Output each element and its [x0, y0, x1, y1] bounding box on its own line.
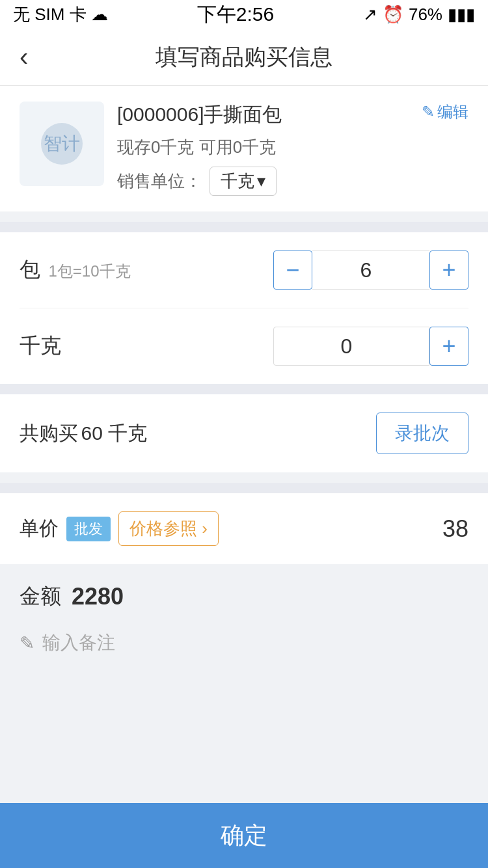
divider-1: [0, 222, 488, 232]
kg-label: 千克: [20, 332, 61, 360]
total-amount: 60: [81, 422, 108, 444]
back-button[interactable]: ‹: [20, 42, 28, 72]
product-info: [0000006]手撕面包 ✎ 编辑 现存0千克 可用0千克 销售单位： 千克 …: [117, 102, 468, 196]
divider-3: [0, 483, 488, 493]
edit-button[interactable]: ✎ 编辑: [422, 102, 468, 122]
nav-bar: ‹ 填写商品购买信息: [0, 29, 488, 86]
total-unit: 千克: [108, 422, 147, 444]
bao-decrement-button[interactable]: −: [273, 251, 312, 290]
product-name: [0000006]手撕面包: [117, 102, 282, 128]
battery-level: 76%: [409, 5, 442, 25]
product-header: [0000006]手撕面包 ✎ 编辑: [117, 102, 468, 128]
remark-placeholder: 输入备注: [42, 631, 115, 655]
svg-text:智计: 智计: [44, 133, 80, 154]
status-bar: 无 SIM 卡 ☁ 下午2:56 ↗ ⏰ 76% ▮▮▮: [0, 0, 488, 29]
kg-increment-button[interactable]: +: [429, 327, 468, 366]
kg-input[interactable]: [273, 327, 429, 366]
battery-icon: ▮▮▮: [448, 5, 475, 25]
product-unit: 销售单位： 千克 ▾: [117, 167, 468, 196]
price-value: 38: [442, 515, 468, 543]
status-time: 下午2:56: [197, 1, 274, 28]
bao-increment-button[interactable]: +: [429, 251, 468, 290]
product-logo-icon: 智计: [39, 121, 85, 167]
bao-input[interactable]: [312, 251, 429, 290]
edit-label: 编辑: [437, 102, 468, 122]
kg-row: 千克 +: [20, 308, 468, 384]
bao-sublabel: 1包=10千克: [48, 262, 130, 280]
product-stock: 现存0千克 可用0千克: [117, 136, 468, 159]
unit-select[interactable]: 千克 ▾: [210, 167, 277, 196]
price-label: 单价: [20, 515, 59, 542]
divider-2: [0, 384, 488, 394]
page-title: 填写商品购买信息: [156, 42, 332, 72]
total-text-group: 共购买 60 千克: [20, 420, 147, 447]
product-card: 智计 [0000006]手撕面包 ✎ 编辑 现存0千克 可用0千克 销售单位： …: [0, 86, 488, 211]
batch-button[interactable]: 录批次: [376, 413, 468, 454]
kg-control: +: [273, 327, 468, 366]
pencil-icon: ✎: [20, 632, 34, 654]
unit-value: 千克: [221, 170, 254, 193]
bao-label-group: 包 1包=10千克: [20, 256, 131, 284]
total-section: 共购买 60 千克 录批次: [0, 394, 488, 472]
unit-label: 销售单位：: [117, 170, 202, 193]
bao-row: 包 1包=10千克 − +: [20, 232, 468, 308]
total-prefix: 共购买: [20, 422, 78, 444]
amount-section: 金额 2280 ✎ 输入备注: [0, 564, 488, 662]
remark-row[interactable]: ✎ 输入备注: [20, 624, 468, 662]
alarm-icon: ⏰: [383, 5, 403, 25]
product-image: 智计: [20, 102, 104, 186]
price-ref-button[interactable]: 价格参照 ›: [118, 511, 219, 546]
price-tag: 批发: [66, 517, 111, 541]
amount-value: 2280: [72, 583, 124, 610]
chevron-down-icon: ▾: [257, 171, 265, 191]
amount-row: 金额 2280: [20, 582, 468, 611]
price-label-group: 单价 批发 价格参照 ›: [20, 511, 219, 546]
quantity-section: 包 1包=10千克 − + 千克 +: [0, 232, 488, 384]
confirm-button[interactable]: 确定: [0, 803, 488, 868]
bao-label: 包: [20, 258, 40, 281]
location-icon: ↗: [363, 5, 377, 25]
status-carrier: 无 SIM 卡 ☁: [13, 3, 108, 26]
bao-control: − +: [273, 251, 468, 290]
status-right: ↗ ⏰ 76% ▮▮▮: [363, 5, 475, 25]
amount-label: 金额: [20, 582, 61, 611]
edit-icon: ✎: [422, 103, 435, 121]
price-section: 单价 批发 价格参照 › 38: [0, 493, 488, 564]
